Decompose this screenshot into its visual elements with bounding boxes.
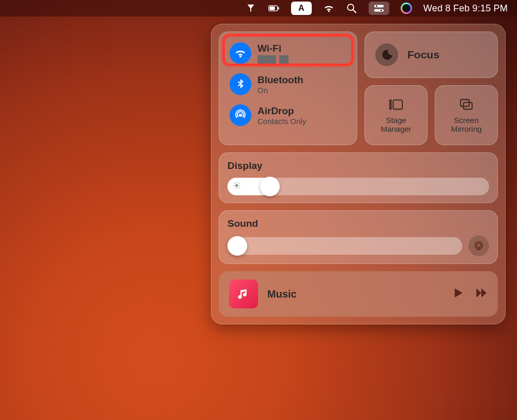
airdrop-toggle[interactable]: AirDrop Contacts Only [227,101,348,129]
display-slider[interactable] [227,178,489,195]
play-button[interactable] [451,286,465,302]
sound-slider[interactable] [227,237,462,255]
svg-rect-7 [374,9,384,12]
bluetooth-icon [230,73,251,95]
menubar: A Wed 8 Feb 9:15 PM [0,0,517,17]
svg-line-23 [234,187,235,188]
annotation-highlight [222,34,354,66]
screen-mirroring-icon [459,97,474,112]
brightness-icon [233,181,241,192]
airdrop-label: AirDrop [257,105,306,117]
bluetooth-status: On [257,86,303,95]
right-column: Focus Stage Manager Screen Mirroring [364,32,498,145]
svg-point-8 [381,10,382,11]
screen-mirroring-button[interactable]: Screen Mirroring [435,85,498,145]
bluetooth-label: Bluetooth [257,74,303,86]
next-button[interactable] [474,286,488,302]
stage-manager-label: Stage Manager [381,116,411,134]
airplay-icon [473,240,484,252]
svg-point-26 [477,243,481,247]
svg-point-9 [239,114,242,117]
svg-rect-1 [269,7,275,10]
menubar-datetime[interactable]: Wed 8 Feb 9:15 PM [423,3,508,14]
svg-line-21 [234,183,235,183]
control-center-panel: Wi-Fi Bluetooth On AirDrop [211,24,506,324]
airdrop-icon [230,104,251,126]
network-card: Wi-Fi Bluetooth On AirDrop [219,32,357,145]
now-playing-title: Music [267,288,442,300]
svg-point-16 [235,184,238,186]
svg-rect-2 [278,7,279,9]
svg-rect-11 [390,103,391,106]
wifi-menubar-icon[interactable] [323,3,334,14]
sound-label: Sound [227,218,489,229]
siri-icon[interactable] [401,3,412,14]
now-playing-card[interactable]: Music [219,271,498,317]
display-card: Display [219,152,498,203]
svg-line-22 [238,187,239,188]
sound-card: Sound [219,210,498,264]
display-label: Display [227,160,489,172]
svg-line-24 [238,183,239,183]
stage-manager-icon [388,97,404,112]
airplay-audio-button[interactable] [468,236,489,256]
focus-label: Focus [407,49,439,61]
svg-point-6 [376,5,377,7]
svg-line-4 [353,10,356,12]
input-source-badge[interactable]: A [291,2,312,15]
svg-rect-12 [390,106,391,109]
focus-toggle[interactable]: Focus [364,32,498,78]
menu-extra-unknown-icon[interactable] [246,3,257,14]
bluetooth-toggle[interactable]: Bluetooth On [227,70,348,98]
stage-manager-button[interactable]: Stage Manager [364,85,428,145]
screen-mirroring-label: Screen Mirroring [451,116,481,134]
svg-rect-13 [393,100,402,109]
control-center-menubar-icon[interactable] [369,2,389,15]
spotlight-icon[interactable] [346,3,357,14]
svg-rect-5 [374,5,384,8]
battery-icon[interactable] [268,3,280,14]
music-app-icon [229,279,258,308]
airdrop-status: Contacts Only [257,117,306,126]
svg-rect-10 [390,100,391,102]
moon-icon [375,43,398,66]
